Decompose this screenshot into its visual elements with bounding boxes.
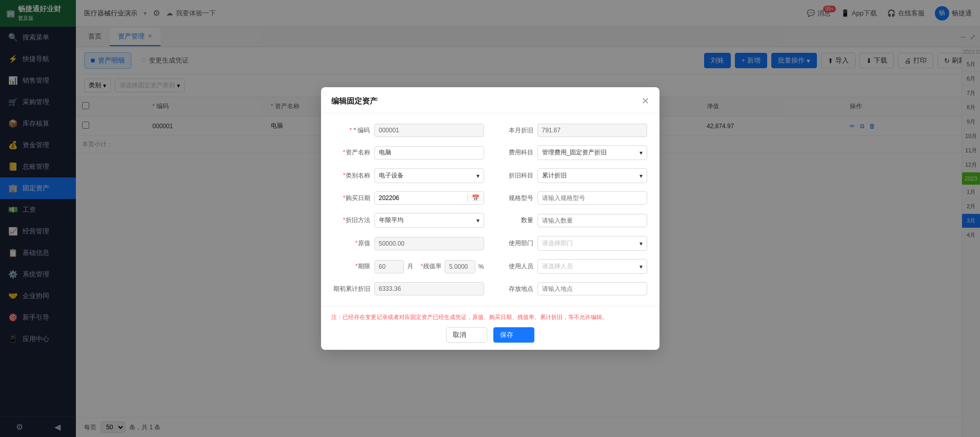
modal-form: * * 编码 本月折旧 *资产名称 (333, 124, 647, 295)
period-row: 月 *残值率 % (374, 260, 484, 273)
save-button[interactable]: 保存 (493, 327, 534, 343)
initial-dep-input (374, 282, 484, 295)
cancel-button[interactable]: 取消 (446, 327, 487, 343)
purchase-date-input[interactable] (375, 192, 467, 204)
expense-account-value: 管理费用_固定资产折旧 (542, 148, 607, 157)
dep-account-label: 折旧科目 (496, 171, 533, 180)
modal-overlay: 编辑固定资产 ✕ * * 编码 (76, 47, 980, 437)
form-item-purchase-date: *购买日期 📅 (333, 191, 484, 205)
person-label: 使用人员 (496, 262, 533, 271)
form-item-dep-account: 折旧科目 累计折旧 ▾ (496, 168, 647, 183)
dep-method-select[interactable]: 年限平均 ▾ (374, 213, 484, 228)
form-item-code: * * 编码 (333, 124, 484, 137)
modal-actions: 取消 保存 (331, 327, 649, 343)
dept-select[interactable]: 请选择部门 ▾ (537, 236, 647, 251)
dept-placeholder: 请选择部门 (542, 239, 573, 248)
dep-account-select[interactable]: 累计折旧 ▾ (537, 168, 647, 183)
monthly-dep-input (537, 124, 647, 137)
form-item-quantity: 数量 (496, 213, 647, 228)
edit-fixed-asset-modal: 编辑固定资产 ✕ * * 编码 (321, 87, 659, 350)
form-item-initial-dep: 期初累计折旧 (333, 282, 484, 295)
dep-method-dropdown-icon: ▾ (476, 217, 479, 224)
form-item-dept: 使用部门 请选择部门 ▾ (496, 236, 647, 251)
quantity-label: 数量 (496, 216, 533, 225)
period-unit: 月 (407, 262, 413, 271)
modal-close-button[interactable]: ✕ (642, 95, 649, 107)
period-input (374, 260, 405, 273)
modal-note: 注：已经存在变更记录或者对应固定资产已经生成凭证，原值、购买日期、残值率、累计折… (331, 313, 608, 321)
residual-rate-label: *残值率 (421, 262, 442, 271)
modal-title: 编辑固定资产 (331, 96, 377, 106)
form-item-asset-name: *资产名称 (333, 145, 484, 160)
purchase-date-label: *购买日期 (333, 194, 370, 203)
form-item-original-value: *原值 (333, 236, 484, 251)
purchase-date-wrap: 📅 (374, 191, 484, 205)
location-label: 存放地点 (496, 285, 533, 293)
period-label: *期限 (333, 262, 370, 271)
dep-method-label: *折旧方法 (333, 216, 370, 225)
form-item-location: 存放地点 (496, 282, 647, 295)
original-value-input (374, 237, 484, 250)
dep-account-value: 累计折旧 (542, 171, 567, 180)
category-select[interactable]: 电子设备 ▾ (374, 168, 484, 183)
category-value: 电子设备 (379, 171, 404, 180)
initial-dep-label: 期初累计折旧 (333, 285, 370, 293)
code-input[interactable] (374, 124, 484, 137)
form-item-expense-account: 费用科目 管理费用_固定资产折旧 ▾ (496, 145, 647, 160)
form-item-person: 使用人员 请选择人员 ▾ (496, 259, 647, 274)
location-input[interactable] (537, 282, 647, 295)
expense-account-label: 费用科目 (496, 148, 533, 157)
residual-rate-unit: % (478, 263, 484, 270)
code-label: * * 编码 (333, 126, 370, 135)
monthly-dep-label: 本月折旧 (496, 126, 533, 135)
modal-body: * * 编码 本月折旧 *资产名称 (321, 113, 659, 306)
spec-label: 规格型号 (496, 194, 533, 203)
asset-name-label: *资产名称 (333, 148, 370, 157)
form-item-period: *期限 月 *残值率 % (333, 259, 484, 274)
residual-rate-input (445, 260, 475, 273)
spec-input[interactable] (537, 191, 647, 205)
expense-account-dropdown-icon: ▾ (639, 149, 643, 156)
dep-account-dropdown-icon: ▾ (639, 172, 643, 180)
dept-dropdown-icon: ▾ (639, 240, 643, 247)
person-dropdown-icon: ▾ (639, 263, 643, 270)
asset-name-input[interactable] (374, 146, 484, 160)
calendar-icon[interactable]: 📅 (467, 194, 484, 202)
dep-method-value: 年限平均 (379, 216, 404, 225)
form-item-category: *类别名称 电子设备 ▾ (333, 168, 484, 183)
form-item-monthly-dep: 本月折旧 (496, 124, 647, 137)
quantity-input[interactable] (537, 214, 647, 227)
form-item-dep-method: *折旧方法 年限平均 ▾ (333, 213, 484, 228)
category-dropdown-icon: ▾ (476, 172, 479, 180)
modal-footer: 注：已经存在变更记录或者对应固定资产已经生成凭证，原值、购买日期、残值率、累计折… (321, 306, 659, 350)
person-select[interactable]: 请选择人员 ▾ (537, 259, 647, 274)
main-area: 医疗器械行业演示 ▾ ⚙ ☁ 我要体验一下 💬 消息 99+ 📱 App下载 🎧… (76, 0, 980, 437)
person-placeholder: 请选择人员 (542, 262, 573, 271)
category-name-label: *类别名称 (333, 171, 370, 180)
dept-label: 使用部门 (496, 239, 533, 248)
expense-account-select[interactable]: 管理费用_固定资产折旧 ▾ (537, 145, 647, 160)
modal-header: 编辑固定资产 ✕ (321, 87, 659, 113)
form-item-spec: 规格型号 (496, 191, 647, 205)
original-value-label: *原值 (333, 239, 370, 248)
content-area: 资产明细 变更生成凭证 刘账 + 新增 批量操作 ▾ ⬆ 导入 (76, 47, 980, 437)
